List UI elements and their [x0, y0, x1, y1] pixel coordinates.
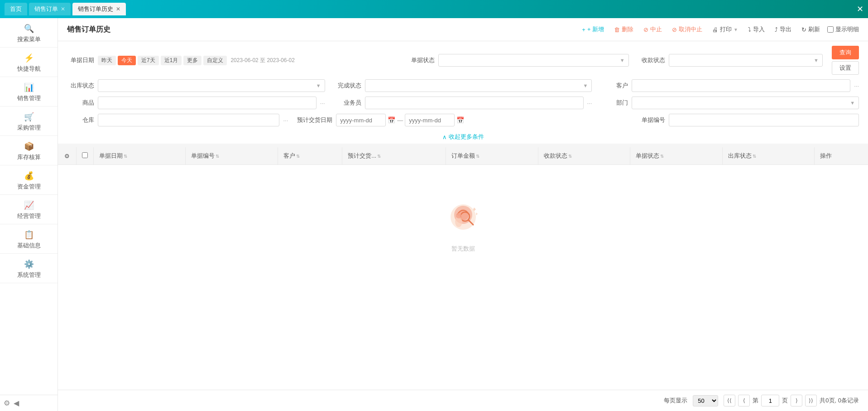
sidebar-item-quick-nav-label: 快捷导航	[17, 65, 41, 73]
goods-dots[interactable]: ···	[320, 100, 325, 106]
date-tag-7days[interactable]: 近7天	[138, 56, 159, 65]
delete-button[interactable]: 🗑 删除	[611, 24, 636, 35]
tab-home[interactable]: 首页	[5, 3, 27, 15]
collapse-up-icon: ∧	[442, 134, 447, 140]
th-out-status-sort-icon[interactable]: ⇅	[753, 154, 756, 159]
tab-sales-order[interactable]: 销售订单 ✕	[29, 3, 71, 15]
th-checkbox[interactable]	[76, 147, 93, 165]
receipt-status-arrow-icon: ▼	[814, 58, 819, 63]
sidebar-item-inventory[interactable]: 📦 库存核算	[0, 136, 58, 165]
collapse-row[interactable]: ∧ 收起更多条件	[67, 131, 859, 141]
table-area: ⚙ 单据日期 ⇅ 单据编号 ⇅	[58, 147, 868, 390]
complete-status-select[interactable]: ▼	[365, 79, 592, 92]
import-button[interactable]: ⤵ 导入	[745, 24, 767, 35]
delivery-date-start[interactable]	[336, 114, 386, 126]
calendar-start-icon[interactable]: 📅	[388, 116, 395, 124]
stop-button[interactable]: ⊘ 中止	[641, 24, 665, 35]
select-all-checkbox[interactable]	[82, 152, 88, 158]
print-button[interactable]: 🖨 打印 ▼	[710, 24, 741, 35]
th-amount-sort-icon[interactable]: ⇅	[476, 154, 480, 159]
th-no-sort-icon[interactable]: ⇅	[216, 154, 219, 159]
sidebar-item-finance[interactable]: 💰 资金管理	[0, 165, 58, 195]
warehouse2-label: 仓库	[67, 116, 94, 124]
filter-warehouse2: 仓库 ···	[67, 114, 288, 126]
sidebar-item-basic-info[interactable]: 📋 基础信息	[0, 224, 58, 254]
export-button[interactable]: ⤴ 导出	[772, 24, 794, 35]
customer-dots[interactable]: ···	[854, 82, 859, 89]
sidebar-collapse-button[interactable]: ◀	[14, 399, 19, 407]
page-suffix: 页	[782, 396, 788, 405]
inventory-icon: 📦	[24, 141, 34, 151]
prev-page-button[interactable]: ⟨	[738, 395, 750, 406]
th-settings[interactable]: ⚙	[58, 147, 76, 165]
sidebar-item-management[interactable]: 📈 经营管理	[0, 195, 58, 224]
tab-sales-history[interactable]: 销售订单历史 ✕	[72, 3, 126, 15]
th-receipt-status: 收款状态 ⇅	[538, 147, 630, 165]
page-input[interactable]	[761, 395, 779, 406]
order-no-input[interactable]	[669, 114, 859, 126]
management-icon: 📈	[24, 200, 34, 210]
th-receipt-status-label: 收款状态	[544, 152, 567, 160]
collapse-label: 收起更多条件	[449, 133, 484, 141]
total-count: 共0页, 0条记录	[820, 396, 859, 405]
tab-sales-history-label: 销售订单历史	[78, 5, 113, 13]
first-page-button[interactable]: ⟨⟨	[724, 395, 735, 406]
warehouse2-input[interactable]	[98, 114, 279, 126]
page-size-select[interactable]: 50 20 100	[693, 395, 718, 406]
next-page-button[interactable]: ⟩	[791, 395, 802, 406]
th-receipt-status-sort-icon[interactable]: ⇅	[568, 154, 572, 159]
tab-sales-history-close[interactable]: ✕	[116, 6, 120, 12]
calendar-end-icon[interactable]: 📅	[456, 116, 464, 124]
svg-point-6	[456, 213, 461, 218]
import-icon: ⤵	[748, 26, 751, 33]
department-label: 部门	[601, 99, 628, 107]
th-customer: 客户 ⇅	[278, 147, 342, 165]
empty-state: 暂无数据	[58, 165, 868, 280]
delivery-date-end[interactable]	[405, 114, 455, 126]
sidebar-item-sales[interactable]: 📊 销售管理	[0, 77, 58, 106]
customer-input[interactable]	[632, 79, 850, 92]
tab-home-label: 首页	[10, 5, 22, 13]
department-select[interactable]: ▼	[632, 97, 859, 109]
add-button[interactable]: + + 新增	[579, 24, 607, 35]
th-no: 单据编号 ⇅	[186, 147, 278, 165]
customer-label: 客户	[601, 82, 628, 90]
salesman-dots[interactable]: ···	[587, 100, 592, 106]
th-date-sort-icon[interactable]: ⇅	[124, 154, 127, 159]
date-tag-custom[interactable]: 自定义	[203, 56, 227, 65]
date-tag-1month[interactable]: 近1月	[161, 56, 182, 65]
page-label: 第	[753, 396, 758, 405]
sidebar-item-search[interactable]: 🔍 搜索菜单	[0, 18, 58, 48]
show-detail-checkbox[interactable]	[827, 26, 834, 33]
date-tag-more[interactable]: 更多	[183, 56, 201, 65]
query-button[interactable]: 查询	[832, 46, 859, 59]
sidebar-item-quick-nav[interactable]: ⚡ 快捷导航	[0, 48, 58, 77]
filter-receipt-status: 收款状态 ▼ 查询 设置	[638, 46, 859, 75]
date-dash: —	[397, 117, 403, 124]
sidebar-item-system[interactable]: ⚙️ 系统管理	[0, 254, 58, 283]
receipt-status-select[interactable]: ▼	[669, 54, 823, 67]
window-close-button[interactable]: ✕	[857, 4, 863, 14]
date-tag-yesterday[interactable]: 昨天	[98, 56, 116, 65]
th-delivery-sort-icon[interactable]: ⇅	[377, 154, 381, 159]
tab-sales-order-close[interactable]: ✕	[61, 6, 65, 12]
sidebar-item-search-label: 搜索菜单	[17, 35, 41, 44]
sidebar-item-purchase[interactable]: 🛒 采购管理	[0, 106, 58, 136]
th-doc-status-sort-icon[interactable]: ⇅	[660, 154, 664, 159]
date-tag-today[interactable]: 今天	[118, 56, 136, 65]
warehouse-status-select[interactable]: ▼	[98, 79, 325, 92]
warehouse2-dots[interactable]: ···	[283, 117, 288, 124]
page-header: 销售订单历史 + + 新增 🗑 删除 ⊘ 中止 ⊘ 取消中止	[58, 18, 868, 41]
sidebar-settings-button[interactable]: ⚙	[4, 399, 10, 407]
last-page-button[interactable]: ⟩⟩	[805, 395, 817, 406]
th-date-label: 单据日期	[99, 152, 123, 160]
setting-button[interactable]: 设置	[832, 61, 859, 75]
doc-status-select[interactable]: ▼	[438, 54, 628, 67]
salesman-input[interactable]	[365, 97, 584, 109]
cancel-stop-button[interactable]: ⊘ 取消中止	[669, 24, 705, 35]
stop-icon: ⊘	[643, 26, 648, 33]
goods-input[interactable]	[98, 97, 317, 109]
th-customer-sort-icon[interactable]: ⇅	[296, 154, 300, 159]
refresh-button[interactable]: ↻ 刷新	[799, 24, 823, 35]
table-header-row: ⚙ 单据日期 ⇅ 单据编号 ⇅	[58, 147, 868, 165]
